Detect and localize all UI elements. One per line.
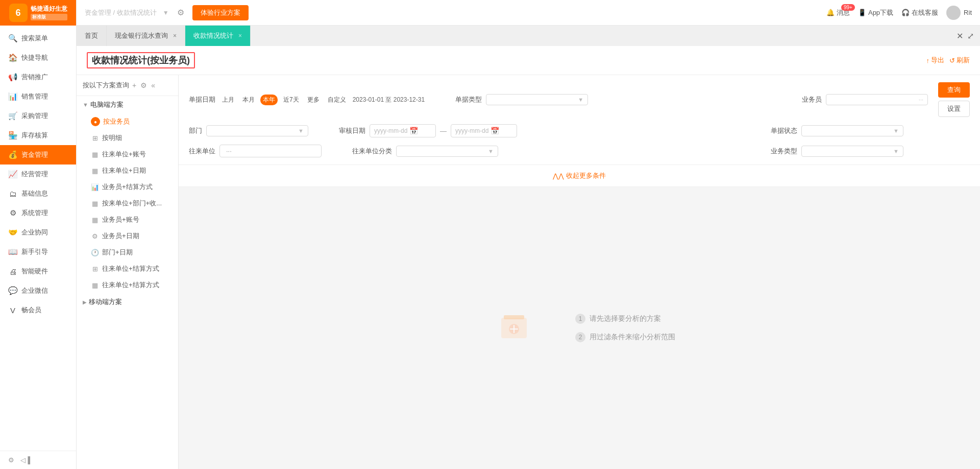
user-menu[interactable]: Rit — [946, 6, 972, 20]
business-type-select[interactable]: ▼ — [801, 146, 903, 157]
sidebar-gear-icon[interactable]: ⚙ — [8, 456, 14, 464]
empty-illustration — [483, 297, 545, 359]
partner-date-icon: ▦ — [91, 167, 99, 175]
scheme-item-salesman-date[interactable]: ⚙ 业务员+日期 — [77, 228, 178, 244]
search-menu-icon: 🔍 — [8, 34, 17, 43]
review-date-end-input[interactable]: yyyy-mm-dd 📅 — [451, 124, 517, 137]
partner-category-label: 往来单位分类 — [352, 147, 392, 156]
category-select-arrow-icon: ▼ — [578, 97, 583, 103]
scheme-item-dept-date[interactable]: 🕐 部门+日期 — [77, 244, 178, 261]
query-button[interactable]: 查询 — [938, 82, 970, 98]
refresh-button[interactable]: ↺ 刷新 — [949, 56, 970, 65]
salesman-select[interactable]: ··· — [826, 94, 928, 105]
scheme-item-partner-date[interactable]: ▦ 往来单位+日期 — [77, 162, 178, 179]
sidebar-item-basic-info[interactable]: 🗂 基础信息 — [0, 184, 76, 203]
mobile-group-label: 移动端方案 — [89, 297, 122, 307]
content-area: 按以下方案查询 + ⚙ « ▼ 电脑端方案 ● 按业务员 — [77, 75, 980, 469]
date-tab-custom[interactable]: 自定义 — [325, 95, 349, 105]
refresh-icon: ↺ — [949, 57, 955, 64]
sidebar-item-guide[interactable]: 📖 新手引导 — [0, 242, 76, 262]
scheme-item-by-detail[interactable]: ⊞ 按明细 — [77, 130, 178, 146]
collapse-more-section[interactable]: ⋀⋀ 收起更多条件 — [179, 165, 980, 187]
doc-status-select[interactable]: ▼ — [801, 125, 903, 136]
setting-button[interactable]: 设置 — [938, 101, 970, 117]
sidebar-item-sales[interactable]: 📊 销售管理 — [0, 87, 76, 106]
desktop-group-header[interactable]: ▼ 电脑端方案 — [77, 96, 178, 113]
close-window-button[interactable]: ✕ — [957, 31, 963, 41]
export-button[interactable]: ↑ 导出 — [926, 56, 945, 65]
sidebar-collapse-icon[interactable]: ◁▐ — [20, 456, 30, 464]
sidebar-item-quick-nav[interactable]: 🏠 快捷导航 — [0, 48, 76, 67]
sidebar-item-search[interactable]: 🔍 搜索菜单 — [0, 29, 76, 48]
sidebar-item-member[interactable]: V 畅会员 — [0, 300, 76, 320]
breadcrumb-chevron-icon: ▼ — [163, 9, 169, 16]
date-tab-more[interactable]: 更多 — [305, 95, 322, 105]
mobile-group-header[interactable]: ▶ 移动端方案 — [77, 293, 178, 311]
right-panel: 单据日期 上月 本月 本年 近7天 更多 自定义 2023-01-01 至 20… — [179, 75, 980, 469]
date-tab-7days[interactable]: 近7天 — [281, 95, 302, 105]
sidebar-item-finance[interactable]: 💰 资金管理 — [0, 145, 76, 165]
page-title: 收款情况统计(按业务员) — [87, 52, 195, 68]
sidebar-item-purchase[interactable]: 🛒 采购管理 — [0, 106, 76, 126]
review-date-start-input[interactable]: yyyy-mm-dd 📅 — [370, 124, 436, 137]
tab-collection[interactable]: 收款情况统计 × — [185, 26, 251, 46]
review-date-label: 审核日期 — [339, 126, 365, 135]
partner-category-select-arrow-icon: ▼ — [488, 148, 494, 154]
topbar-right: 🔔 消息 99+ 📱 App下载 🎧 在线客服 Rit — [826, 6, 972, 20]
scheme-settings-button[interactable]: ⚙ — [139, 80, 148, 90]
scheme-item-salesman-account[interactable]: ▦ 业务员+账号 — [77, 212, 178, 228]
page-header-actions: ↑ 导出 ↺ 刷新 — [926, 56, 970, 65]
scheme-item-partner-settlement1[interactable]: ⊞ 往来单位+结算方式 — [77, 261, 178, 277]
marketing-icon: 📢 — [8, 73, 17, 82]
sidebar-item-operations[interactable]: 📈 经营管理 — [0, 165, 76, 184]
collapse-panel-button[interactable]: « — [150, 80, 156, 90]
empty-area: 1 请先选择要分析的方案 2 用过滤条件来缩小分析范围 — [179, 187, 980, 469]
sidebar-item-wechat[interactable]: 💬 企业微信 — [0, 281, 76, 300]
sidebar-item-inventory[interactable]: 🏪 库存核算 — [0, 126, 76, 145]
purchase-icon: 🛒 — [8, 111, 17, 121]
filter-row-2: 部门 ▼ 审核日期 yyyy-mm-dd 📅 — [189, 124, 970, 137]
online-service-button[interactable]: 🎧 在线客服 — [901, 8, 938, 17]
tab-home[interactable]: 首页 — [77, 26, 107, 46]
date-tab-this-month[interactable]: 本月 — [240, 95, 257, 105]
scheme-item-salesman-settlement[interactable]: 📊 业务员+结算方式 — [77, 179, 178, 195]
add-scheme-button[interactable]: + — [131, 80, 137, 90]
tab-collection-close-icon[interactable]: × — [238, 32, 242, 39]
operations-icon: 📈 — [8, 170, 17, 179]
tab-bank-label: 现金银行流水查询 — [115, 31, 168, 40]
desktop-scheme-group: ▼ 电脑端方案 ● 按业务员 ⊞ 按明细 ▦ 往来单位+账号 — [77, 96, 178, 293]
scheme-item-partner-account[interactable]: ▦ 往来单位+账号 — [77, 146, 178, 162]
app-download-button[interactable]: 📱 App下载 — [858, 8, 893, 17]
partner-select[interactable]: ··· — [219, 145, 322, 157]
username: Rit — [964, 9, 972, 16]
collapse-up-icon: ⋀⋀ — [553, 172, 564, 180]
maximize-window-button[interactable]: ⤢ — [967, 31, 974, 41]
date-tab-this-year[interactable]: 本年 — [260, 95, 278, 105]
partner-settlement2-icon: ▦ — [91, 281, 99, 289]
active-scheme-icon: ● — [91, 117, 100, 126]
category-select[interactable]: ▼ — [486, 94, 588, 105]
sidebar-item-enterprise[interactable]: 🤝 企业协同 — [0, 223, 76, 242]
window-controls: ✕ ⤢ — [950, 31, 980, 41]
message-button[interactable]: 🔔 消息 99+ — [826, 8, 850, 17]
page-header: 收款情况统计(按业务员) ↑ 导出 ↺ 刷新 — [77, 46, 980, 75]
sidebar-item-system[interactable]: ⚙ 系统管理 — [0, 203, 76, 223]
salesman-select-arrow-icon: ··· — [919, 97, 923, 103]
trial-button[interactable]: 体验行业方案 — [192, 5, 249, 20]
partner-category-select[interactable]: ▼ — [396, 146, 498, 157]
dept-select[interactable]: ▼ — [206, 125, 308, 136]
finance-icon: 💰 — [8, 150, 17, 159]
scheme-item-partner-settlement2[interactable]: ▦ 往来单位+结算方式 — [77, 277, 178, 293]
date-tab-last-month[interactable]: 上月 — [219, 95, 237, 105]
scheme-item-by-partner-dept[interactable]: ▦ 按来单位+部门+收... — [77, 195, 178, 212]
scheme-item-by-salesman[interactable]: ● 按业务员 — [77, 113, 178, 130]
sidebar-item-hardware[interactable]: 🖨 智能硬件 — [0, 262, 76, 281]
tab-bank-close-icon[interactable]: × — [173, 32, 177, 39]
salesman-account-icon: ▦ — [91, 216, 99, 224]
sidebar-item-marketing[interactable]: 📢 营销推广 — [0, 67, 76, 87]
tab-bank[interactable]: 现金银行流水查询 × — [107, 26, 185, 46]
topbar-gear-icon[interactable]: ⚙ — [175, 6, 186, 19]
date-range-display: 2023-01-01 至 2023-12-31 — [353, 96, 425, 104]
mobile-group-arrow-icon: ▶ — [83, 299, 87, 305]
empty-tip-1: 1 请先选择要分析的方案 — [575, 314, 675, 324]
